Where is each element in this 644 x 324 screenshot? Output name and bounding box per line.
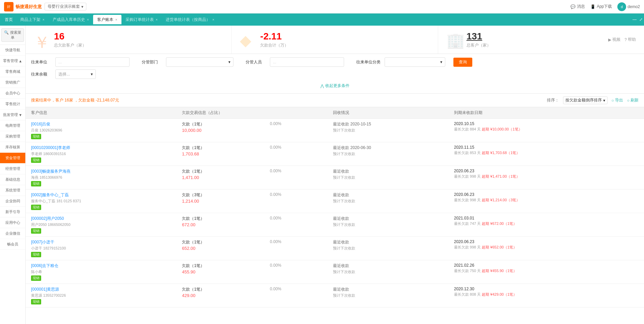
customer-name-link[interactable]: [0016]吕俊 [31,121,171,127]
collapse-button[interactable]: ⋀ 收起更多条件 [320,83,349,89]
sidebar-item-basic-info[interactable]: 基础信息 [0,174,25,185]
query-button[interactable]: 查询 [453,58,472,67]
sidebar: 🔍 搜索菜单 快捷导航 零售管理 ▲ 零售商城 营销推广 会员中心 零售统计 批… [0,26,26,324]
overdue-amount[interactable]: 超期 ¥429.00（1笔） [482,292,517,296]
customer-name-link[interactable]: [0007]小迸干 [31,239,171,245]
stat-card-total-customers: 🏢 131 总客户（家） ▶ 视频 ? 帮助 [438,26,644,54]
message-btn[interactable]: 💬 消息 [570,4,585,9]
debt-ratio: 0.00% [270,263,281,268]
tab-close-icon[interactable]: × [87,18,89,22]
video-btn[interactable]: ▶ 视频 [608,37,620,42]
export-button[interactable]: ○ 导出 [612,97,623,103]
sidebar-item-batch-mgmt[interactable]: 批发管理 ▼ [0,110,25,120]
debt-count-cell: 欠款（1笔） 672.00 [176,213,259,237]
sidebar-item-member-center[interactable]: 会员中心 [0,88,25,99]
tab-products-off[interactable]: 商品上下架 × [16,15,49,24]
sidebar-item-quick-nav[interactable]: 快捷导航 [0,45,25,56]
maximize-icon[interactable]: ⤢ [639,17,643,22]
customer-meta: 用户2050 18665062050 [31,222,171,227]
debt-amount: 1,703.68 [182,151,254,156]
search-menu-btn[interactable]: 🔍 搜索菜单 [1,28,24,42]
sidebar-item-retail-stats[interactable]: 零售统计 [0,99,25,110]
stat-card-debt-customers: ￥ 16 总欠款客户（家） [26,26,232,54]
overdue-amount[interactable]: 超期 ¥1,214.00（3笔） [482,198,520,202]
sidebar-item-system-mgmt[interactable]: 系统管理 [0,185,25,196]
sidebar-item-retail-mall[interactable]: 零售商城 [0,66,25,77]
store-selector[interactable]: 母婴行业演示账套 ▾ [45,3,86,10]
table-row: [00010200001]李老师 李老师 18600391516 现销 欠款（1… [26,142,644,166]
unit-class-label: 往来单位分类 [356,59,381,65]
store-name: 母婴行业演示账套 [48,4,80,9]
last-collect: 最近收款 [333,263,443,269]
due-date-cell: 2020.06.23 最长欠款 998 天 超期 ¥1,471.00（1笔） [449,166,644,189]
sidebar-item-finance[interactable]: 资金管理 [0,153,25,164]
minimize-icon[interactable]: — [633,17,637,22]
tab-home[interactable]: 首页 [1,15,16,24]
customer-name-link[interactable]: [000001]黄思源 [31,287,171,292]
user-avatar[interactable]: d demo2 [617,2,640,11]
debt-count-cell: 欠款（1笔） 1,471.00 [176,166,259,189]
overdue-amount[interactable]: 超期 ¥10,000.00（1笔） [482,127,522,131]
sidebar-item-corp-wechat[interactable]: 企业微信 [0,228,25,239]
sidebar-item-marketing[interactable]: 营销推广 [0,77,25,88]
tab-close-icon[interactable]: × [115,18,117,22]
sidebar-item-enterprise[interactable]: 企业协同 [0,196,25,207]
sidebar-item-inventory[interactable]: 库存核算 [0,142,25,153]
origin-unit-input[interactable]: ... [55,57,130,67]
overdue-days: 最长欠款 998 天 [454,245,482,249]
sidebar-item-member[interactable]: 畅会员 [0,239,25,250]
overdue-amount[interactable]: 超期 ¥1,703.68（1笔） [482,151,520,155]
debt-count: 欠款（1笔） [182,121,254,127]
dept-select[interactable]: ▾ [166,57,233,67]
customer-name-link[interactable]: [0003]畅捷服务尹海燕 [31,169,171,174]
last-collect: 最近收款 [333,192,443,198]
customer-name-link[interactable]: [000002]用户2050 [31,216,171,222]
refresh-icon: ○ [627,98,629,103]
tab-inbound-stats[interactable]: 进货单统计表（按商品） × [162,15,218,24]
col-customer-info: 客户信息 [26,107,176,119]
tab-purchase-order[interactable]: 采购订单统计表 × [121,15,162,24]
table-row: [0002]服务中心_丁磊 服务中心_丁磊 181 0125 8371 现销 欠… [26,189,644,213]
filter-row-1: 往来单位 ... 分管部门 ▾ 分管人员 ... 往来单位分类 ▾ [31,57,639,67]
sort-select[interactable]: 按欠款金额倒序排序 ▾ [563,96,608,104]
sidebar-item-purchase-mgmt[interactable]: 采购管理 [0,131,25,142]
unit-class-select[interactable]: ▾ [385,57,445,67]
stat-content-debt-total: -2.11 欠款合计（万） [260,31,288,48]
tab-close-icon[interactable]: × [43,18,45,22]
overdue-amount[interactable]: 超期 ¥1,471.00（1笔） [482,174,520,178]
tab-close-icon[interactable]: × [156,18,158,22]
collection-cell: 最近收款 预计下次收款 [328,166,449,189]
logo-icon: 好 [4,2,13,11]
overdue-detail: 最长欠款 853 天 超期 ¥1,703.68（1笔） [454,150,639,155]
sidebar-item-new-guide[interactable]: 新手引导 [0,207,25,217]
person-input[interactable]: ... [270,57,344,67]
tab-close-icon[interactable]: × [212,18,214,22]
debt-count: 欠款（1笔） [182,216,254,222]
refresh-button[interactable]: ○ 刷新 [627,97,639,103]
balance-select[interactable]: 选择... ▾ [55,69,96,79]
sidebar-item-retail-mgmt[interactable]: 零售管理 ▲ [0,56,25,66]
sidebar-item-app-center[interactable]: 应用中心 [0,217,25,228]
debt-ratio: 0.00% [270,287,281,291]
debt-count-cell: 欠款（1笔） 455.90 [176,260,259,284]
debt-ratio: 0.00% [270,239,281,244]
tab-customer-account[interactable]: 客户账本 × [93,15,121,24]
tab-production-history[interactable]: 产成品入库单历史 × [49,15,93,24]
overdue-amount[interactable]: 超期 ¥455.90（1笔） [482,269,517,273]
last-collect: 最近收款 2020-06-30 [333,145,443,151]
sidebar-item-ecommerce[interactable]: 电商管理 [0,120,25,131]
customer-name-link[interactable]: [00010200001]李老师 [31,145,171,151]
customer-name-link[interactable]: [0006]去下粮仓 [31,263,171,269]
avatar: d [617,2,626,11]
overdue-amount[interactable]: 超期 ¥672.00（1笔） [482,222,517,226]
app-download-btn[interactable]: 📱 App下载 [590,4,612,9]
next-collect: 预计下次收款 [333,293,443,298]
debt-count: 欠款（1笔） [182,287,254,292]
overdue-amount[interactable]: 超期 ¥652.00（1笔） [482,245,517,249]
customer-name-link[interactable]: [0002]服务中心_丁磊 [31,192,171,198]
customer-info-cell: [0016]吕俊 吕俊 13026203696 现销 [26,119,176,142]
table-row: [0016]吕俊 吕俊 13026203696 现销 欠款（1笔） 10,000… [26,119,644,142]
sidebar-item-business-mgmt[interactable]: 经营管理 [0,164,25,174]
help-btn[interactable]: ? 帮助 [624,37,636,42]
debt-count: 欠款（1笔） [182,169,254,174]
